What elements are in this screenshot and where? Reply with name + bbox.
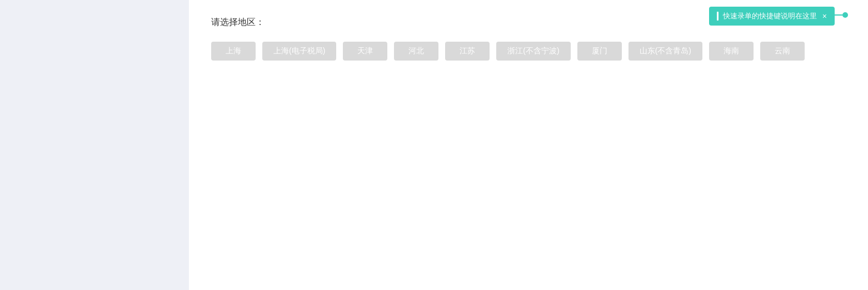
tooltip-dot [842,12,848,18]
region-button-jiangsu[interactable]: 江苏 [445,42,490,61]
left-sidebar [0,0,189,290]
region-button-xiamen[interactable]: 厦门 [577,42,622,61]
region-button-hainan[interactable]: 海南 [709,42,754,61]
region-button-hebei[interactable]: 河北 [394,42,438,61]
tooltip-close-button[interactable]: × [822,12,827,20]
region-button-yunnan[interactable]: 云南 [760,42,805,61]
region-grid: 上海上海(电子税局)天津河北江苏浙江(不含宁波)厦门山东(不含青岛)海南云南 [211,42,846,61]
region-button-shanghai-etax[interactable]: 上海(电子税局) [262,42,336,61]
region-button-shanghai[interactable]: 上海 [211,42,256,61]
region-button-zhejiang[interactable]: 浙江(不含宁波) [496,42,570,61]
tooltip-text: 快速录单的快捷键说明在这里 [723,11,817,21]
region-button-shandong[interactable]: 山东(不含青岛) [628,42,702,61]
tooltip-banner: 快速录单的快捷键说明在这里 × [709,7,835,26]
region-button-tianjin[interactable]: 天津 [343,42,387,61]
main-content: 请选择地区： 上海上海(电子税局)天津河北江苏浙江(不含宁波)厦门山东(不含青岛… [189,0,868,290]
